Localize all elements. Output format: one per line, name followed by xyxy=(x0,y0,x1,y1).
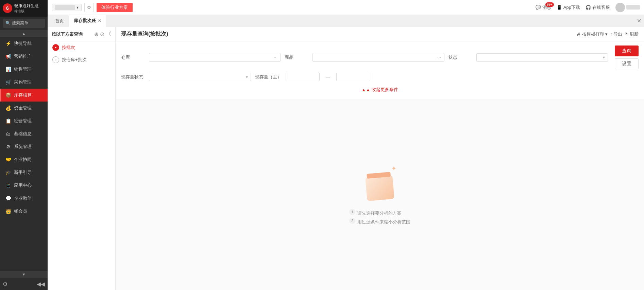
phone-icon: 📱 xyxy=(557,5,562,10)
sidebar-item-sales[interactable]: 📊 销售管理 xyxy=(0,63,48,76)
stock-status-select-wrap[interactable]: ▾ xyxy=(149,73,251,81)
finance-icon: 💰 xyxy=(5,105,11,111)
experience-industry-button[interactable]: 体验行业方案 xyxy=(97,3,133,12)
export-icon: ↑ xyxy=(610,32,613,37)
goods-input-wrap[interactable]: ··· xyxy=(312,53,444,62)
wechat-icon: 💬 xyxy=(5,195,11,201)
status-select-wrap[interactable]: ▾ xyxy=(476,53,608,62)
tab-inventory-batch[interactable]: 库存批次账 ✕ xyxy=(69,15,106,27)
tabbar: 首页 库存批次账 ✕ ✕ xyxy=(48,15,644,27)
goods-input[interactable] xyxy=(316,55,436,60)
refresh-icon: ↻ xyxy=(625,32,629,37)
search-menu-button[interactable]: 🔍 搜索菜单 xyxy=(3,19,45,28)
sidebar-search-area: 🔍 搜索菜单 xyxy=(0,17,48,30)
plan-warehouse-icon: ○ xyxy=(52,56,59,63)
hint-item-1: 1 请先选择要分析的方案 xyxy=(349,209,410,218)
basic-icon: 🗂 xyxy=(5,131,11,137)
query-button[interactable]: 查询 xyxy=(615,46,639,56)
warehouse-input[interactable] xyxy=(152,55,272,60)
main-area: ▾ ⚙ 体验行业方案 💬 消息 99+ 📱 App下载 🎧 在线客服 xyxy=(48,0,644,290)
left-panel-header: 按以下方案查询 ⊕ ⊙ 《 xyxy=(48,27,115,41)
sidebar-item-basic[interactable]: 🗂 基础信息 xyxy=(0,127,48,140)
warehouse-input-wrap[interactable]: ··· xyxy=(149,53,281,62)
headset-icon: 🎧 xyxy=(586,5,591,10)
member-icon: 👑 xyxy=(5,208,11,214)
sidebar-item-wechat[interactable]: 💬 企业微信 xyxy=(0,192,48,205)
topbar-gear-button[interactable]: ⚙ xyxy=(84,3,94,12)
message-icon: 💬 xyxy=(536,5,541,10)
plan-item-by-batch[interactable]: ● 按批次 xyxy=(48,41,115,54)
settings-plan-button[interactable]: ⊙ xyxy=(100,31,104,37)
sidebar-item-operations[interactable]: 📋 经营管理 xyxy=(0,114,48,127)
marketing-icon: 📢 xyxy=(5,53,11,59)
page-header: 现存量查询(按批次) 🖨 按模板打印 ▾ ↑ 导出 ↻ 刷新 xyxy=(116,27,644,41)
print-dropdown-icon: ▾ xyxy=(605,32,608,37)
add-plan-button[interactable]: ⊕ xyxy=(94,31,99,37)
export-button[interactable]: ↑ 导出 xyxy=(610,31,623,37)
gear-icon: ⚙ xyxy=(87,5,91,10)
purchase-icon: 🛒 xyxy=(5,79,11,85)
topbar-dropdown[interactable]: ▾ xyxy=(52,4,82,11)
stock-amount-min-input[interactable] xyxy=(286,73,320,81)
sidebar-item-member[interactable]: 👑 畅会员 xyxy=(0,205,48,218)
collapse-filter-button[interactable]: ▲▲ 收起更多条件 xyxy=(121,85,639,95)
sidebar-item-app-center[interactable]: 📱 应用中心 xyxy=(0,179,48,192)
topbar-left: ▾ ⚙ 体验行业方案 xyxy=(52,3,133,12)
hint-item-2: 2 用过滤条件来缩小分析范围 xyxy=(349,218,410,226)
sidebar-navigation: ⚡ 快捷导航 📢 营销推广 📊 销售管理 🛒 采购管理 📦 库存核算 💰 资金管… xyxy=(0,37,48,271)
right-panel: 现存量查询(按批次) 🖨 按模板打印 ▾ ↑ 导出 ↻ 刷新 xyxy=(116,27,644,290)
user-avatar-button[interactable] xyxy=(615,3,640,12)
sidebar-item-purchase[interactable]: 🛒 采购管理 xyxy=(0,76,48,89)
sidebar-item-marketing[interactable]: 📢 营销推广 xyxy=(0,50,48,63)
avatar xyxy=(615,3,625,12)
sidebar-header: 6 畅康通好生意 标准版 xyxy=(0,0,48,17)
status-select[interactable] xyxy=(479,55,603,60)
collapse-left-button[interactable]: 《 xyxy=(106,31,111,38)
status-select-arrow: ▾ xyxy=(603,55,605,60)
sidebar: 6 畅康通好生意 标准版 🔍 搜索菜单 ▲ ⚡ 快捷导航 📢 营销推广 📊 销售… xyxy=(0,0,48,290)
stock-amount-max-input[interactable] xyxy=(336,73,370,81)
system-icon: ⚙ xyxy=(5,144,11,150)
topbar: ▾ ⚙ 体验行业方案 💬 消息 99+ 📱 App下载 🎧 在线客服 xyxy=(48,0,644,15)
sidebar-item-inventory[interactable]: 📦 库存核算 xyxy=(0,89,48,102)
content-area: 按以下方案查询 ⊕ ⊙ 《 ● 按批次 ○ 按仓库+批次 xyxy=(48,27,644,290)
print-button[interactable]: 🖨 按模板打印 ▾ xyxy=(577,31,608,37)
cooperation-icon: 🤝 xyxy=(5,157,11,163)
sidebar-item-system[interactable]: ⚙ 系统管理 xyxy=(0,140,48,153)
page-actions: 🖨 按模板打印 ▾ ↑ 导出 ↻ 刷新 xyxy=(577,31,639,37)
sidebar-item-finance[interactable]: 💰 资金管理 xyxy=(0,102,48,114)
search-icon: 🔍 xyxy=(5,21,11,25)
app-download-button[interactable]: 📱 App下载 xyxy=(557,4,580,11)
sparkle-icon: ✦ xyxy=(391,164,397,173)
collapse-sidebar-button[interactable]: ◀◀ xyxy=(37,281,45,287)
sidebar-item-quick-nav[interactable]: ⚡ 快捷导航 xyxy=(0,37,48,50)
sidebar-item-newbie[interactable]: 🎓 新手引导 xyxy=(0,166,48,179)
quick-nav-icon: ⚡ xyxy=(5,40,11,47)
app-center-icon: 📱 xyxy=(5,182,11,188)
settings-footer-button[interactable]: ⚙ xyxy=(3,281,7,287)
refresh-button[interactable]: ↻ 刷新 xyxy=(625,31,639,37)
empty-hints: 1 请先选择要分析的方案 2 用过滤条件来缩小分析范围 xyxy=(349,209,410,226)
filter-row-2: 现存量状态 ▾ 现存量（主） — xyxy=(121,73,639,81)
stock-status-select[interactable] xyxy=(152,74,246,79)
results-area: ✦ 1 请先选择要分析的方案 2 用过滤条件来缩小分析范围 xyxy=(116,99,644,290)
online-service-button[interactable]: 🎧 在线客服 xyxy=(586,4,610,11)
empty-illustration: ✦ xyxy=(359,163,400,203)
scroll-up-button[interactable]: ▲ xyxy=(0,30,48,37)
settings-button[interactable]: 设置 xyxy=(615,58,639,69)
warehouse-dots[interactable]: ··· xyxy=(274,55,278,60)
close-panel-button[interactable]: ✕ xyxy=(637,18,641,24)
inventory-icon: 📦 xyxy=(5,92,11,98)
sales-icon: 📊 xyxy=(5,66,11,72)
goods-dots[interactable]: ··· xyxy=(437,55,441,60)
sidebar-footer: ⚙ ◀◀ xyxy=(0,278,48,290)
plan-item-by-warehouse-batch[interactable]: ○ 按仓库+批次 xyxy=(48,54,115,66)
tab-close-button[interactable]: ✕ xyxy=(98,19,101,23)
empty-box xyxy=(365,175,394,201)
message-button[interactable]: 💬 消息 99+ xyxy=(536,4,551,11)
action-buttons: 查询 设置 xyxy=(615,46,639,69)
sidebar-item-cooperation[interactable]: 🤝 企业协同 xyxy=(0,153,48,166)
stock-status-arrow: ▾ xyxy=(246,75,248,79)
tab-home[interactable]: 首页 xyxy=(50,15,69,27)
scroll-down-button[interactable]: ▼ xyxy=(0,271,48,278)
